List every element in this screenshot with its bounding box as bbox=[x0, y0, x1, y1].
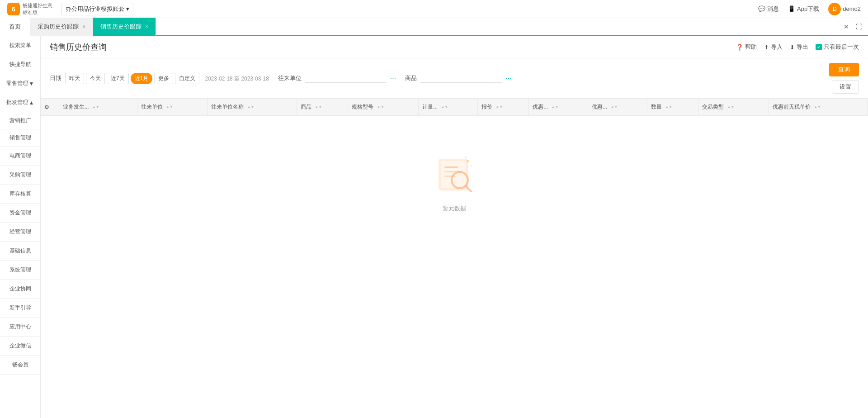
logo-icon: 6 bbox=[7, 3, 20, 15]
partner-input[interactable] bbox=[305, 74, 387, 83]
tab-close-purchase[interactable]: × bbox=[82, 24, 85, 30]
partner-filter-group: 往来单位 ··· bbox=[278, 74, 396, 83]
chevron-up-icon: ▲ bbox=[29, 100, 34, 106]
sort-icon: ▲▼ bbox=[665, 105, 672, 109]
sort-icon: ▲▼ bbox=[495, 105, 503, 109]
date-label: 日期 bbox=[50, 74, 61, 82]
sidebar-item-wechat[interactable]: 企业微信 bbox=[0, 337, 40, 356]
svg-point-9 bbox=[471, 165, 472, 166]
product-input[interactable] bbox=[420, 74, 502, 83]
sidebar-item-system[interactable]: 系统管理 bbox=[0, 261, 40, 280]
table-header-discount1[interactable]: 优惠... ▲▼ bbox=[529, 99, 588, 116]
help-action[interactable]: ❓ 帮助 bbox=[736, 43, 757, 51]
sidebar-item-quick-nav[interactable]: 快捷导航 bbox=[0, 55, 40, 74]
close-all-tabs-button[interactable]: ✕ bbox=[841, 21, 852, 32]
sidebar-item-inventory[interactable]: 库存核算 bbox=[0, 185, 40, 204]
table-header-price[interactable]: 报价 ▲▼ bbox=[477, 99, 528, 116]
table-header-trade-type[interactable]: 交易类型 ▲▼ bbox=[698, 99, 769, 116]
import-action[interactable]: ⬆ 导入 bbox=[764, 43, 783, 51]
message-action[interactable]: 💬 消息 bbox=[758, 5, 779, 13]
top-bar-right: 💬 消息 📱 App下载 D demo2 bbox=[758, 3, 861, 15]
page-header-actions: ❓ 帮助 ⬆ 导入 ⬇ 导出 ✓ 只看最后一次 bbox=[736, 43, 859, 51]
user-profile[interactable]: D demo2 bbox=[828, 3, 861, 15]
date-btn-custom[interactable]: 自定义 bbox=[175, 73, 199, 84]
sidebar-item-finance[interactable]: 资金管理 bbox=[0, 204, 40, 223]
settings-button[interactable]: 设置 bbox=[832, 80, 859, 94]
sort-icon: ▲▼ bbox=[247, 105, 255, 109]
gear-icon[interactable]: ⚙ bbox=[44, 104, 49, 110]
only-last-checkbox[interactable]: ✓ bbox=[816, 44, 822, 50]
data-table: ⚙ 业务发生... ▲▼ 往来单位 ▲▼ 往来单位名称 ▲▼ bbox=[41, 99, 868, 249]
sidebar-item-members[interactable]: 畅会员 bbox=[0, 356, 40, 375]
avatar: D bbox=[828, 3, 841, 15]
date-btn-yesterday[interactable]: 昨天 bbox=[65, 73, 84, 84]
help-icon: ❓ bbox=[736, 44, 743, 51]
table-header-date[interactable]: 业务发生... ▲▼ bbox=[59, 99, 137, 116]
chevron-down-icon: ▼ bbox=[29, 81, 34, 87]
svg-point-8 bbox=[467, 160, 469, 162]
sidebar-item-operations[interactable]: 经营管理 bbox=[0, 223, 40, 242]
date-btn-1month[interactable]: 近1月 bbox=[131, 73, 153, 84]
tab-home[interactable]: 首页 bbox=[0, 18, 30, 36]
filter-right: 查询 设置 bbox=[829, 63, 859, 94]
svg-rect-2 bbox=[444, 166, 458, 168]
table-body: 暂元数据 bbox=[41, 116, 868, 249]
sidebar-item-ecommerce[interactable]: 电商管理 bbox=[0, 147, 40, 166]
date-range: 2023-02-18 至 2023-03-18 bbox=[205, 75, 269, 83]
sidebar-item-app-center[interactable]: 应用中心 bbox=[0, 318, 40, 337]
top-bar-left: 6 畅捷通好生意 标准版 办公用品行业模拟账套 ▾ bbox=[7, 2, 133, 15]
table-header-partner-code[interactable]: 往来单位 ▲▼ bbox=[137, 99, 208, 116]
table-header-product[interactable]: 商品 ▲▼ bbox=[297, 99, 348, 116]
table-header-unit[interactable]: 计量... ▲▼ bbox=[419, 99, 478, 116]
download-icon: 📱 bbox=[788, 5, 795, 12]
sidebar-item-retail[interactable]: 零售管理 ▼ bbox=[0, 74, 40, 93]
sort-icon: ▲▼ bbox=[552, 105, 559, 109]
workspace-selector[interactable]: 办公用品行业模拟账套 ▾ bbox=[61, 3, 133, 15]
sort-icon: ▲▼ bbox=[377, 105, 384, 109]
empty-state: 暂元数据 bbox=[41, 116, 868, 249]
sidebar-item-basic-info[interactable]: 基础信息 bbox=[0, 242, 40, 261]
sidebar-item-enterprise[interactable]: 企业协同 bbox=[0, 280, 40, 299]
filter-bar: 日期 昨天 今天 近7天 近1月 更多 自定义 2023-02-18 至 202… bbox=[41, 58, 868, 99]
search-button[interactable]: 查询 bbox=[829, 63, 859, 76]
date-btn-7days[interactable]: 近7天 bbox=[107, 73, 129, 84]
sidebar-item-search[interactable]: 搜索菜单 bbox=[0, 36, 40, 55]
page-title: 销售历史价查询 bbox=[50, 42, 107, 52]
sidebar-item-guide[interactable]: 新手引导 bbox=[0, 299, 40, 318]
table-header-gear[interactable]: ⚙ bbox=[41, 99, 59, 116]
product-filter-group: 商品 ··· bbox=[405, 74, 511, 83]
sidebar-item-marketing[interactable]: 营销推广 bbox=[0, 112, 40, 129]
tab-sales-history[interactable]: 销售历史价跟踪 × bbox=[93, 18, 156, 36]
date-filter-group: 日期 昨天 今天 近7天 近1月 更多 自定义 2023-02-18 至 202… bbox=[50, 73, 269, 84]
sort-icon: ▲▼ bbox=[814, 105, 821, 109]
table-header: ⚙ 业务发生... ▲▼ 往来单位 ▲▼ 往来单位名称 ▲▼ bbox=[41, 99, 868, 116]
tab-bar: 首页 采购历史价跟踪 × 销售历史价跟踪 × ✕ ⛶ bbox=[0, 18, 868, 36]
only-last-checkbox-wrapper[interactable]: ✓ 只看最后一次 bbox=[816, 43, 859, 51]
export-icon: ⬇ bbox=[790, 44, 795, 51]
table-header-discount2[interactable]: 优惠... ▲▼ bbox=[588, 99, 647, 116]
export-action[interactable]: ⬇ 导出 bbox=[790, 43, 808, 51]
main-layout: 搜索菜单 快捷导航 零售管理 ▼ 批发管理 ▲ 营销推广 销售管理 电商管理 采… bbox=[0, 36, 868, 418]
svg-point-10 bbox=[465, 157, 467, 158]
tab-purchase-history[interactable]: 采购历史价跟踪 × bbox=[30, 18, 93, 36]
table-header-pretax-price[interactable]: 优惠前无税单价 ▲▼ bbox=[769, 99, 868, 116]
sidebar-item-sales-mgmt[interactable]: 销售管理 bbox=[0, 129, 40, 147]
date-btn-more[interactable]: 更多 bbox=[154, 73, 173, 84]
maximize-button[interactable]: ⛶ bbox=[854, 21, 864, 32]
tab-actions: ✕ ⛶ bbox=[841, 21, 868, 32]
tab-close-sales[interactable]: × bbox=[145, 24, 148, 30]
sidebar-item-wholesale[interactable]: 批发管理 ▲ bbox=[0, 93, 40, 112]
import-icon: ⬆ bbox=[764, 44, 769, 51]
product-dots[interactable]: ··· bbox=[505, 74, 511, 82]
app-download-action[interactable]: 📱 App下载 bbox=[788, 5, 819, 13]
sidebar-item-purchase[interactable]: 采购管理 bbox=[0, 166, 40, 185]
product-label: 商品 bbox=[405, 74, 417, 82]
table-header-spec[interactable]: 规格型号 ▲▼ bbox=[348, 99, 419, 116]
table-header-partner-name[interactable]: 往来单位名称 ▲▼ bbox=[208, 99, 297, 116]
partner-dots[interactable]: ··· bbox=[390, 74, 396, 82]
logo-text: 畅捷通好生意 标准版 bbox=[23, 2, 52, 15]
message-icon: 💬 bbox=[758, 5, 765, 12]
date-btn-today[interactable]: 今天 bbox=[86, 73, 105, 84]
content-area: 销售历史价查询 ❓ 帮助 ⬆ 导入 ⬇ 导出 ✓ 只 bbox=[41, 36, 868, 418]
table-header-qty[interactable]: 数量 ▲▼ bbox=[647, 99, 698, 116]
